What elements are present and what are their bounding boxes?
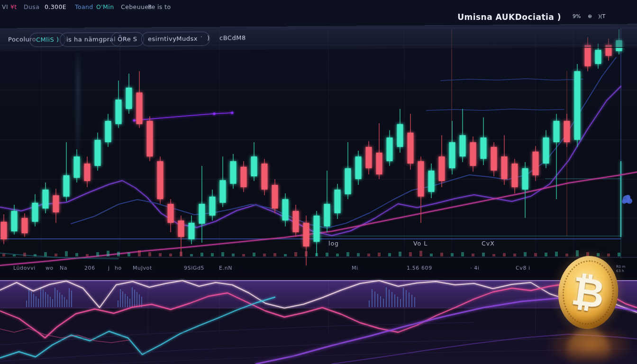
tab-bar: PocoluroCMliS )is ha nämgpralÖRe Sesirnt… [0,24,637,52]
menu-item-5[interactable]: O'Min [96,3,114,10]
menu-item-2[interactable]: Dusa [24,3,39,10]
bitcoin-coin: ₿ [554,254,625,364]
pane-label-0: log [328,240,339,247]
coin-face: ₿ [555,253,621,332]
menu-item-1[interactable]: ¥t [10,3,17,10]
tab-4[interactable]: esirntivyMudsx ˙ [141,32,210,46]
tab-6[interactable]: cBCdM8 [213,31,252,45]
ticker-title: Umisna AUKDociatia ) [457,12,561,22]
pane-label-2: CvX [482,240,495,247]
menu-item-7[interactable]: Pe is to [148,3,171,10]
menu-item-4[interactable]: Toand [75,3,93,10]
menu-item-0[interactable]: VI [2,3,8,10]
tab-3[interactable]: ÖRe S [111,32,144,46]
trading-dashboard: VI¥tDusa0.300EToandO'MinCebeuuesPe is to… [0,0,637,364]
menu-item-3[interactable]: 0.300E [45,3,66,10]
pane-label-row: logVo LCvX [0,240,637,249]
pane-label-1: Vo L [413,240,428,247]
bitcoin-symbol: ₿ [554,252,623,333]
price-chart-canvas[interactable] [0,0,637,364]
menu-item-6[interactable]: Cebeuues [121,3,152,10]
